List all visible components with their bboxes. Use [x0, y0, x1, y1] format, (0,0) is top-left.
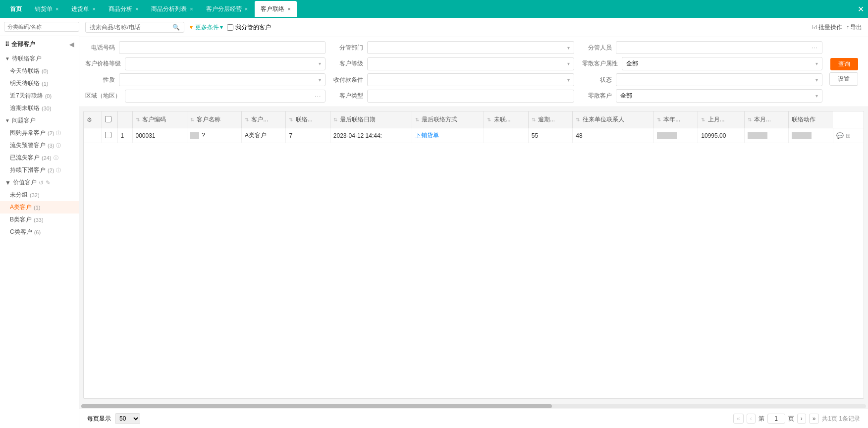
nav-product-list[interactable]: 商品分析列表 × — [145, 1, 199, 17]
th-name[interactable]: ⇅ 客户名称 — [187, 111, 241, 128]
sidebar-item-b-class[interactable]: B类客户 (33) — [0, 214, 79, 226]
sidebar-item-overdue[interactable]: 逾期未联络 (30) — [0, 102, 79, 114]
th-last-date[interactable]: ⇅ 最后联络日期 — [330, 111, 412, 128]
sidebar-item-warning[interactable]: 流失预警客户 (3) ⓘ — [0, 139, 79, 152]
filter-phone-input[interactable] — [119, 41, 326, 54]
horizontal-scrollbar[interactable] — [79, 403, 868, 409]
filter-manager-input[interactable]: ··· — [616, 41, 822, 54]
filter-status-input[interactable]: ▾ — [616, 73, 822, 86]
last-method-link[interactable]: 下销货单 — [415, 132, 439, 139]
sidebar-item-declining[interactable]: 持续下滑客户 (2) ⓘ — [0, 164, 79, 176]
page-label: 第 — [759, 415, 764, 423]
batch-op-btn[interactable]: ☑ 批量操作 — [812, 23, 842, 32]
sidebar-section-problem[interactable]: ▼ 问题客户 — [0, 114, 79, 127]
filter-search-box[interactable]: 🔍 — [85, 22, 184, 33]
filter-nature-input[interactable]: ▾ — [119, 73, 326, 86]
item-today-count: (0) — [42, 68, 48, 74]
price-arrow-icon: ▾ — [319, 61, 321, 66]
sidebar-all-customers[interactable]: ⠿ 全部客户 ◀ — [0, 36, 79, 53]
nav-customer-contact-close[interactable]: × — [287, 6, 290, 12]
page-input[interactable] — [767, 414, 785, 424]
nav-purchase-label: 进货单 — [71, 5, 89, 13]
col-code-label: 客户编码 — [142, 116, 166, 123]
sidebar-item-lost[interactable]: 已流失客户 (24) ⓘ — [0, 152, 79, 164]
chat-icon[interactable]: 💬 — [836, 132, 844, 139]
section-value-title: 价值客户 — [13, 178, 37, 187]
filter-retail-attr-input[interactable]: 全部 ▾ — [622, 57, 822, 70]
nav-purchase-close[interactable]: × — [92, 6, 95, 12]
col-overdue-label: 逾期... — [538, 116, 555, 123]
nav-sales[interactable]: 销货单 × — [29, 1, 64, 17]
nav-customer-mgmt[interactable]: 客户分层经营 × — [200, 1, 254, 17]
filter-nature-label: 性质 — [85, 76, 115, 84]
page-prev-btn[interactable]: ‹ — [747, 414, 756, 424]
filter-retail-input[interactable]: 全部 ▾ — [616, 89, 822, 103]
item-b-class-label: B类客户 — [10, 215, 32, 224]
item-abnormal-count: (2) — [48, 130, 54, 136]
sort-icon-method: ⇅ — [415, 117, 419, 122]
th-last-month[interactable]: ⇅ 上月... — [698, 111, 744, 128]
filter-search-input[interactable] — [90, 24, 170, 31]
th-gear[interactable]: ⚙ — [84, 111, 102, 128]
sidebar-item-tomorrow[interactable]: 明天待联络 (1) — [0, 77, 79, 90]
sidebar-item-unsorted[interactable]: 未分组 (32) — [0, 189, 79, 201]
select-all-checkbox[interactable] — [105, 116, 111, 122]
th-this-year[interactable]: ⇅ 本年... — [653, 111, 698, 128]
page-last-btn[interactable]: » — [809, 414, 819, 424]
filter-price-input[interactable]: ▾ — [125, 57, 326, 70]
th-contact-person[interactable]: ⇅ 往来单位联系人 — [573, 111, 654, 128]
query-btn[interactable]: 查询 — [830, 58, 858, 70]
sidebar-item-abnormal[interactable]: 囤购异常客户 (2) ⓘ — [0, 127, 79, 139]
gear-icon[interactable]: ⚙ — [87, 116, 92, 123]
th-code[interactable]: ⇅ 客户编码 — [132, 111, 187, 128]
refresh-icon[interactable]: ↺ — [39, 179, 44, 186]
sidebar-collapse-icon[interactable]: ◀ — [69, 41, 74, 48]
td-checkbox[interactable] — [102, 128, 117, 143]
th-overdue[interactable]: ⇅ 逾期... — [528, 111, 572, 128]
col-this-month-label: 本月... — [754, 116, 771, 123]
nav-purchase[interactable]: 进货单 × — [65, 1, 101, 17]
td-last-method[interactable]: 下销货单 — [412, 128, 484, 143]
sidebar-item-a-class[interactable]: A类客户 (1) — [0, 201, 79, 214]
page-size-select[interactable]: 50 100 200 — [115, 413, 140, 424]
qr-icon[interactable]: ⊞ — [846, 132, 851, 139]
my-customers-checkbox[interactable]: 我分管的客户 — [227, 23, 271, 32]
th-type[interactable]: ⇅ 客户... — [241, 111, 285, 128]
page-first-btn[interactable]: « — [733, 414, 744, 424]
my-customers-check[interactable] — [227, 24, 233, 31]
sidebar-item-week[interactable]: 近7天待联络 (0) — [0, 90, 79, 102]
settings-btn[interactable]: 设置 — [829, 72, 858, 86]
th-seq — [117, 111, 132, 128]
item-warning-count: (3) — [48, 143, 54, 149]
filter-more-btn[interactable]: ▼ 更多条件 ▾ — [188, 23, 223, 32]
nav-customer-mgmt-close[interactable]: × — [245, 6, 248, 12]
th-this-month[interactable]: ⇅ 本月... — [744, 111, 788, 128]
nav-product-analysis[interactable]: 商品分析 × — [103, 1, 144, 17]
nav-product-list-close[interactable]: × — [190, 6, 193, 12]
nav-home[interactable]: 首页 — [4, 1, 28, 17]
page-next-btn[interactable]: › — [797, 414, 806, 424]
sidebar-item-c-class[interactable]: C类客户 (6) — [0, 226, 79, 238]
sidebar-item-today[interactable]: 今天待联络 (0) — [0, 65, 79, 77]
nav-sales-close[interactable]: × — [55, 6, 58, 12]
filter-region-input[interactable]: ··· — [125, 90, 326, 103]
th-checkbox[interactable] — [102, 111, 117, 128]
sidebar-section-pending[interactable]: ▼ 待联络客户 — [0, 53, 79, 65]
export-btn[interactable]: ↑ 导出 — [846, 23, 862, 32]
nav-product-analysis-close[interactable]: × — [135, 6, 138, 12]
sidebar-search-input[interactable] — [4, 22, 79, 32]
window-close-icon[interactable]: ✕ — [858, 4, 864, 14]
edit-icon[interactable]: ✎ — [46, 179, 51, 186]
filter-payment-input[interactable]: ▾ — [367, 73, 574, 86]
row-checkbox[interactable] — [105, 132, 111, 138]
th-unlisted[interactable]: ⇅ 未联... — [484, 111, 528, 128]
filter-type-input[interactable] — [367, 90, 574, 103]
th-contact[interactable]: ⇅ 联络... — [286, 111, 330, 128]
filter-search-icon[interactable]: 🔍 — [172, 24, 180, 31]
nav-customer-contact-label: 客户联络 — [261, 5, 284, 13]
scroll-thumb[interactable] — [81, 404, 552, 408]
filter-dept-input[interactable]: ▾ — [367, 41, 574, 54]
th-last-method[interactable]: ⇅ 最后联络方式 — [412, 111, 484, 128]
filter-level-input[interactable]: ▾ — [367, 57, 574, 70]
nav-customer-contact[interactable]: 客户联络 × — [255, 1, 296, 17]
